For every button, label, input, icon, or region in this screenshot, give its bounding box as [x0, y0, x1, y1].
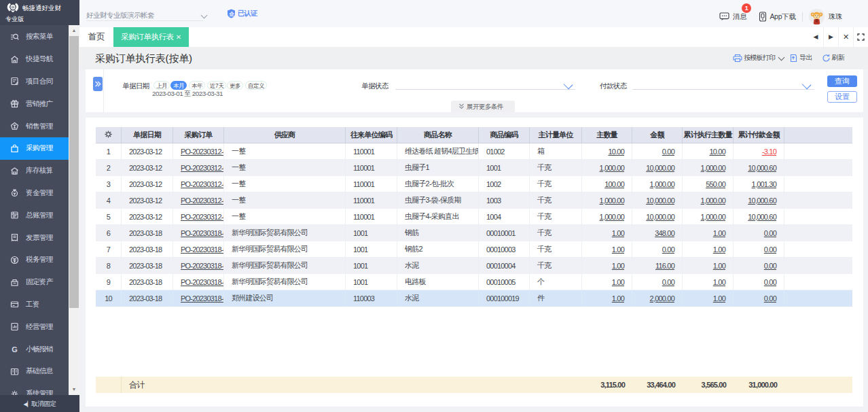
svg-text:企: 企	[229, 11, 234, 17]
svg-text:G: G	[12, 345, 17, 354]
